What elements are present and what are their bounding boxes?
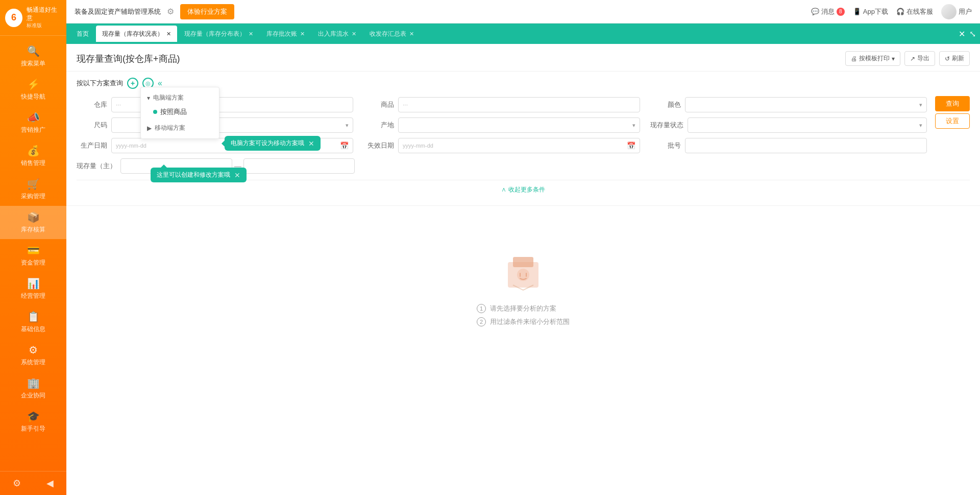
- basic-icon: 📋: [27, 311, 40, 323]
- produce-date-calendar-icon: 📅: [340, 142, 349, 150]
- color-select[interactable]: ▾: [685, 97, 927, 112]
- message-item[interactable]: 💬 消息 8: [811, 7, 845, 16]
- tabs-actions: ✕ ⤡: [959, 29, 976, 39]
- tab-close-batch-account[interactable]: ✕: [300, 31, 305, 37]
- headset-icon: 🎧: [896, 8, 904, 15]
- sidebar-item-inventory[interactable]: 📦 库存核算: [0, 206, 66, 239]
- origin-label: 产地: [363, 121, 394, 130]
- sidebar: 6 畅通道好生意 标准版 🔍 搜索菜单 ⚡ 快捷导航 📣 营销推广 💰 销售管理…: [0, 0, 66, 495]
- app-download-item[interactable]: 📱 App下载: [853, 7, 888, 16]
- tab-close-inout-flow[interactable]: ✕: [352, 31, 356, 37]
- filter-label: 按以下方案查询: [77, 79, 123, 88]
- goods-label: 商品: [363, 100, 394, 109]
- sidebar-item-operation[interactable]: 📊 经营管理: [0, 272, 66, 305]
- scheme-mobile-arrow: ▶: [147, 125, 152, 132]
- empty-state: 1 请先选择要分析的方案 2 用过滤条件来缩小分析范围: [66, 206, 980, 367]
- operation-icon: 📊: [27, 277, 40, 290]
- sidebar-item-purchase[interactable]: 🛒 采购管理: [0, 173, 66, 206]
- tooltip1-close[interactable]: ✕: [308, 139, 314, 148]
- expire-date-label: 失效日期: [363, 141, 394, 150]
- tab-expand-btn[interactable]: ⤡: [969, 29, 976, 39]
- sidebar-nav: 🔍 搜索菜单 ⚡ 快捷导航 📣 营销推广 💰 销售管理 🛒 采购管理 📦 库存核…: [0, 36, 66, 471]
- filter-add-btn[interactable]: +: [127, 78, 138, 89]
- size-label: 尺码: [77, 121, 107, 130]
- reset-btn[interactable]: 设置: [935, 113, 970, 129]
- trial-btn[interactable]: 体验行业方案: [180, 4, 234, 19]
- tab-batch-account[interactable]: 库存批次账 ✕: [260, 26, 311, 42]
- filter-row-stock-status: 现存量状态 ▾: [650, 117, 927, 133]
- sidebar-item-finance[interactable]: 💳 资金管理: [0, 239, 66, 272]
- logo-text: 畅通道好生意 标准版: [27, 6, 61, 29]
- tab-receive-summary[interactable]: 收发存汇总表 ✕: [363, 26, 420, 42]
- origin-select[interactable]: ▾: [398, 117, 640, 133]
- color-dropdown-icon: ▾: [919, 102, 922, 108]
- search-btn-group: 查询 设置: [935, 96, 970, 129]
- filter-row-color: 颜色 ▾: [650, 97, 927, 112]
- user-item[interactable]: 用户: [941, 4, 972, 19]
- header: 装备及固定资产辅助管理系统 ⚙ 体验行业方案 💬 消息 8 📱 App下载 🎧 …: [66, 0, 980, 23]
- sidebar-item-guide[interactable]: 🎓 新手引导: [0, 405, 66, 438]
- tooltip2-close[interactable]: ✕: [234, 171, 240, 179]
- color-label: 颜色: [650, 100, 681, 109]
- batch-no-input[interactable]: [685, 138, 927, 153]
- empty-step-1: 1 请先选择要分析的方案: [477, 304, 570, 313]
- finance-icon: 💳: [27, 244, 40, 256]
- filter-grid-3: 生产日期 yyyy-mm-dd 📅 失效日期 yyyy-mm-dd 📅: [77, 138, 927, 153]
- sidebar-item-marketing[interactable]: 📣 营销推广: [0, 106, 66, 139]
- export-btn[interactable]: ↗ 导出: [904, 51, 935, 66]
- search-btn[interactable]: 查询: [935, 96, 970, 111]
- filter-header: 按以下方案查询 + ◎ « ▾ 电脑端方案 按照商品 ▶: [77, 78, 970, 89]
- tab-close-inventory-status[interactable]: ✕: [166, 31, 171, 37]
- origin-dropdown-icon: ▾: [632, 122, 635, 129]
- tab-inout-flow[interactable]: 出入库流水 ✕: [312, 26, 362, 42]
- online-service-item[interactable]: 🎧 在线客服: [896, 7, 933, 16]
- stock-status-dropdown-icon: ▾: [919, 122, 922, 129]
- page-header: 现存量查询(按仓库+商品) 🖨 按模板打印 ▾ ↗ 导出 ↺ 刷新: [66, 44, 980, 72]
- sidebar-bottom: ⚙ ◀: [0, 471, 66, 495]
- tab-inventory-status[interactable]: 现存量（库存状况表） ✕: [96, 26, 177, 42]
- filter-row-batch-no: 批号: [650, 138, 927, 153]
- tab-inventory-dist[interactable]: 现存量（库存分布表） ✕: [178, 26, 259, 42]
- collapse-bar[interactable]: ∧ 收起更多条件: [77, 180, 970, 199]
- guide-icon: 🎓: [27, 410, 40, 422]
- message-badge: 8: [837, 8, 845, 16]
- sales-icon: 💰: [27, 145, 40, 157]
- tooltip-create-scheme: 这里可以创建和修改方案哦 ✕: [151, 168, 247, 182]
- sidebar-item-sales[interactable]: 💰 销售管理: [0, 139, 66, 173]
- sidebar-item-search[interactable]: 🔍 搜索菜单: [0, 40, 66, 73]
- sidebar-collapse-btn[interactable]: ◀: [46, 478, 54, 489]
- step-num-2: 2: [477, 317, 486, 326]
- empty-steps: 1 请先选择要分析的方案 2 用过滤条件来缩小分析范围: [477, 304, 570, 326]
- refresh-btn[interactable]: ↺ 刷新: [939, 51, 970, 66]
- tab-close-all-btn[interactable]: ✕: [959, 29, 965, 39]
- filter-area: 按以下方案查询 + ◎ « ▾ 电脑端方案 按照商品 ▶: [66, 72, 980, 206]
- filter-row-origin: 产地 ▾: [363, 117, 640, 133]
- marketing-icon: 📣: [27, 111, 40, 124]
- size-dropdown-icon: ▾: [346, 122, 349, 129]
- empty-icon: [498, 247, 549, 298]
- tab-close-receive-summary[interactable]: ✕: [409, 31, 414, 37]
- produce-date-label: 生产日期: [77, 141, 107, 150]
- scheme-indicator: [153, 110, 157, 114]
- sidebar-item-quick[interactable]: ⚡ 快捷导航: [0, 73, 66, 106]
- stock-qty-max[interactable]: [243, 158, 355, 174]
- sidebar-item-basic[interactable]: 📋 基础信息: [0, 305, 66, 339]
- quick-icon: ⚡: [27, 78, 40, 90]
- sidebar-item-system[interactable]: ⚙ 系统管理: [0, 339, 66, 372]
- system-name: 装备及固定资产辅助管理系统: [75, 7, 161, 16]
- page-actions: 🖨 按模板打印 ▾ ↗ 导出 ↺ 刷新: [845, 51, 970, 66]
- phone-icon: 📱: [853, 8, 861, 15]
- tab-close-inventory-dist[interactable]: ✕: [249, 31, 253, 37]
- batch-no-label: 批号: [650, 141, 681, 150]
- stock-status-select[interactable]: ▾: [688, 117, 927, 133]
- scheme-desktop-item[interactable]: 按照商品: [141, 104, 219, 120]
- tab-home[interactable]: 首页: [70, 26, 95, 42]
- empty-step-2: 2 用过滤条件来缩小分析范围: [477, 317, 570, 326]
- sidebar-item-enterprise[interactable]: 🏢 企业协同: [0, 372, 66, 405]
- sidebar-settings-btn[interactable]: ⚙: [13, 478, 21, 489]
- header-gear-icon[interactable]: ⚙: [167, 7, 174, 16]
- main-content: 现存量查询(按仓库+商品) 🖨 按模板打印 ▾ ↗ 导出 ↺ 刷新: [66, 44, 980, 495]
- goods-input[interactable]: ···: [398, 97, 640, 112]
- expire-date-input[interactable]: yyyy-mm-dd 📅: [398, 138, 640, 153]
- print-btn[interactable]: 🖨 按模板打印 ▾: [845, 51, 900, 66]
